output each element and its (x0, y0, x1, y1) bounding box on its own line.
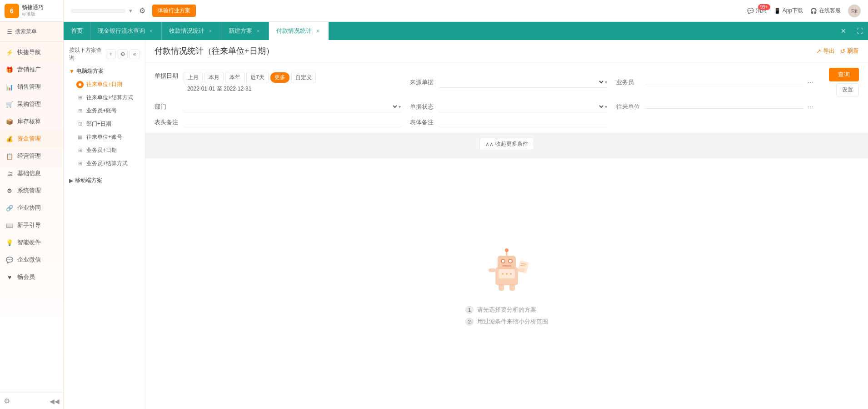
sidebar-item-marketing[interactable]: 🎁 营销推广 (0, 61, 63, 78)
new-scheme-tab-close[interactable]: × (255, 28, 261, 34)
scheme-item-label: 业务员+账号 (86, 107, 117, 115)
sidebar-item-finance[interactable]: 💰 资金管理 (0, 130, 63, 147)
docstatus-select-wrapper[interactable]: ▾ (439, 101, 607, 112)
sidebar-item-basic[interactable]: 🗂 基础信息 (0, 165, 63, 182)
source-filter: 来源单据 ▾ (410, 76, 607, 88)
header-note-filter: 表头备注 (155, 117, 401, 127)
refresh-button[interactable]: ↺ 刷新 (840, 47, 859, 55)
scheme-item-salesman-date[interactable]: ⊞ 业务员+日期 (67, 144, 141, 157)
dropdown-arrow-icon[interactable]: ▾ (129, 7, 132, 14)
page-actions: ↗ 导出 ↺ 刷新 (816, 47, 859, 55)
chevron-up-icon: ∧∧ (485, 141, 494, 147)
cash-flow-tab-close[interactable]: × (148, 28, 154, 34)
chat-icon: 💬 (5, 256, 14, 264)
scheme-item-dept-date[interactable]: ⊞ 部门+日期 (67, 117, 141, 131)
scheme-item-salesman-settlement[interactable]: ⊞ 业务员+结算方式 (67, 157, 141, 170)
sidebar-item-operation[interactable]: 📋 经营管理 (0, 147, 63, 165)
avatar[interactable]: Rit (848, 5, 861, 17)
logo-sub: 标准版 (22, 11, 44, 17)
tab-cash-flow[interactable]: 现金银行流水查询 × (90, 22, 162, 40)
desktop-scheme-title[interactable]: ▼ 电脑端方案 (67, 65, 141, 78)
dept-select[interactable] (184, 103, 399, 110)
collapse-panel-button[interactable]: « (130, 49, 140, 59)
svg-rect-7 (502, 265, 511, 267)
partner-more-icon[interactable]: ··· (808, 103, 813, 111)
topbar-settings-button[interactable]: ⚙ (136, 5, 149, 17)
source-select[interactable] (439, 78, 605, 86)
salesman-filter: 业务员 ··· (616, 78, 813, 86)
tab-fullscreen-button[interactable]: ⛶ (852, 22, 868, 40)
custom-date-btn[interactable]: 自定义 (291, 72, 316, 83)
doc-status-select[interactable] (439, 103, 605, 110)
sidebar-item-guide[interactable]: 📖 新手引导 (0, 217, 63, 234)
this-month-btn[interactable]: 本月 (205, 72, 224, 83)
sidebar-item-wechat[interactable]: 💬 企业微信 (0, 251, 63, 268)
robot-svg (479, 242, 534, 297)
sidebar-item-hardware[interactable]: 💡 智能硬件 (0, 234, 63, 251)
pay-stat-tab-close[interactable]: × (314, 28, 321, 34)
user-display (71, 9, 125, 13)
tab-new-scheme[interactable]: 新建方案 × (221, 22, 269, 40)
column-settings-button[interactable]: 设置 (836, 83, 859, 96)
tab-collect-stat[interactable]: 收款情况统计 × (162, 22, 221, 40)
scheme-item-salesman-account[interactable]: ⊞ 业务员+账号 (67, 104, 141, 117)
experience-scheme-button[interactable]: 体验行业方案 (152, 5, 196, 17)
last-7days-btn[interactable]: 近7天 (246, 72, 269, 83)
empty-illustration (479, 242, 534, 297)
collapse-conditions-button[interactable]: ∧∧ 收起更多条件 (479, 138, 534, 150)
scheme-item-label: 往来单位+结算方式 (86, 94, 133, 101)
scheme-item-unit-settlement[interactable]: ⊞ 往来单位+结算方式 (67, 91, 141, 104)
message-icon: 💬 (747, 8, 754, 14)
sidebar-settings-button[interactable]: ⚙ (4, 397, 10, 405)
scheme-item-unit-account[interactable]: ▦ 往来单位+账号 (67, 131, 141, 144)
tab-close-all-button[interactable]: ✕ (835, 22, 852, 40)
collect-stat-tab-close[interactable]: × (207, 28, 214, 34)
tab-home[interactable]: 首页 (64, 22, 90, 40)
messages-button[interactable]: 💬 消息 99+ (747, 7, 767, 15)
query-button[interactable]: 查询 (829, 68, 859, 81)
dept-dropdown-icon: ▾ (399, 104, 401, 109)
table-icon: ⊞ (76, 160, 84, 167)
body-note-input[interactable] (439, 117, 607, 127)
last-month-btn[interactable]: 上月 (184, 72, 203, 83)
salesman-more-icon[interactable]: ··· (808, 78, 813, 86)
scheme-settings-button[interactable]: ⚙ (118, 49, 128, 59)
sidebar-collapse-button[interactable]: ◀◀ (50, 398, 60, 405)
book-icon: 📖 (5, 221, 14, 229)
docstatus-filter: 单据状态 ▾ (410, 101, 607, 112)
tab-pay-stat[interactable]: 付款情况统计 × (269, 22, 329, 40)
this-year-btn[interactable]: 本年 (225, 72, 244, 83)
scheme-item-label: 往来单位+账号 (86, 133, 122, 141)
main-panel: 付款情况统计（往来单位+日期） ↗ 导出 ↺ 刷新 (145, 40, 868, 409)
export-button[interactable]: ↗ 导出 (816, 47, 835, 55)
add-scheme-button[interactable]: + (106, 49, 116, 59)
sidebar-item-sales[interactable]: 📊 销售管理 (0, 78, 63, 96)
logo-icon: 6 (5, 4, 19, 18)
app-download-button[interactable]: 📱 App下载 (774, 7, 803, 15)
online-service-label: 在线客服 (819, 7, 841, 15)
sidebar-logo: 6 畅捷通巧 标准版 (0, 0, 63, 22)
more-date-btn[interactable]: 更多 (270, 72, 289, 83)
search-menu-button[interactable]: ☰ 搜索菜单 (4, 25, 60, 38)
sidebar-item-vip[interactable]: ♥ 畅会员 (0, 268, 63, 286)
mobile-scheme-title[interactable]: ▶ 移动端方案 (67, 174, 141, 187)
source-select-wrapper[interactable]: ▾ (439, 76, 607, 88)
sidebar-item-system[interactable]: ⚙ 系统管理 (0, 182, 63, 199)
scheme-item-unit-date[interactable]: 往来单位+日期 (67, 78, 141, 91)
sidebar-item-purchase[interactable]: 🛒 采购管理 (0, 96, 63, 113)
online-service-button[interactable]: 🎧 在线客服 (810, 7, 841, 15)
filter-row-1: 单据日期 上月 本月 本年 近7天 更多 自定义 (155, 68, 859, 96)
body-note-filter: 表体备注 (410, 117, 607, 127)
box-icon: 📦 (5, 117, 14, 126)
tip-number-1: 1 (465, 306, 474, 314)
svg-point-6 (509, 260, 512, 263)
chevron-right-icon: ▶ (69, 177, 73, 184)
dept-select-wrapper[interactable]: ▾ (184, 101, 401, 112)
header-note-label: 表头备注 (155, 118, 180, 126)
sidebar-item-inventory[interactable]: 📦 库存核算 (0, 113, 63, 130)
sidebar-item-quick-nav[interactable]: ⚡ 快捷导航 (0, 44, 63, 61)
sidebar-search-area[interactable]: ☰ 搜索菜单 (0, 22, 63, 42)
header-note-input[interactable] (184, 117, 401, 127)
sidebar-item-corp[interactable]: 🔗 企业协同 (0, 199, 63, 217)
money-icon: 💰 (5, 135, 14, 143)
